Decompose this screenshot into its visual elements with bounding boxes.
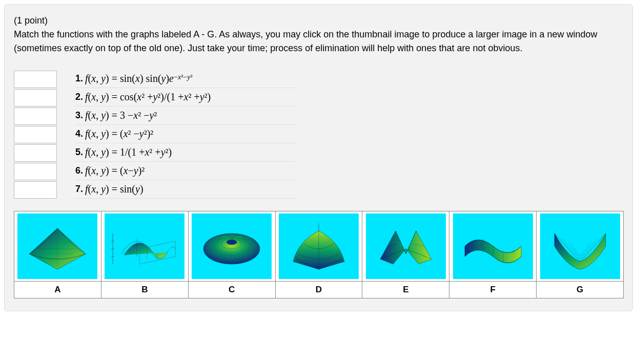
function-text-5: 5. f(x, y) = 1/(1 + x² + y²): [75, 143, 296, 162]
surface-plot-G-icon: [540, 213, 620, 279]
func-num-1: 1.: [75, 73, 83, 84]
label-F: F: [449, 282, 537, 298]
surface-plot-F-icon: [453, 213, 533, 279]
function-text-4: 4. f(x, y) = (x² − y²)²: [75, 125, 296, 143]
label-C: C: [188, 282, 275, 298]
label-row: A B C D E F G: [14, 282, 624, 298]
problem-panel: (1 point) Match the functions with the g…: [4, 4, 633, 311]
graph-table: A B C D E F G: [14, 211, 624, 298]
function-text-3: 3. f(x, y) = 3 − x² − y²: [75, 106, 296, 125]
thumbnail-G[interactable]: [537, 211, 624, 282]
answer-input-6[interactable]: [14, 163, 57, 180]
answer-row-5: 5. f(x, y) = 1/(1 + x² + y²): [14, 143, 623, 162]
answer-row-4: 4. f(x, y) = (x² − y²)²: [14, 125, 623, 143]
func-num-5: 5.: [75, 147, 83, 158]
func-num-7: 7.: [75, 184, 83, 195]
function-text-7: 7. f(x, y) = sin(y): [75, 180, 296, 199]
surface-plot-E-icon: [366, 213, 446, 279]
label-B: B: [101, 282, 188, 298]
surface-plot-B-icon: [105, 213, 184, 279]
answer-row-1: 1. f(x, y) = sin(x) sin(y)e−x²−y²: [14, 70, 623, 88]
answer-row-2: 2. f(x, y) = cos(x² + y²)/(1 + x² + y²): [14, 88, 623, 106]
answers-block: 1. f(x, y) = sin(x) sin(y)e−x²−y² 2. f(x…: [14, 70, 623, 199]
func-num-4: 4.: [75, 129, 83, 139]
points-text: (1 point): [14, 15, 48, 26]
thumbnail-F[interactable]: [449, 211, 537, 282]
answer-input-7[interactable]: [14, 181, 57, 199]
problem-header: (1 point) Match the functions with the g…: [14, 14, 623, 55]
answer-input-3[interactable]: [14, 108, 57, 125]
thumbnail-A[interactable]: [14, 211, 101, 282]
answer-input-5[interactable]: [14, 144, 57, 162]
answer-input-4[interactable]: [14, 126, 57, 143]
func-num-6: 6.: [75, 165, 83, 176]
func-num-3: 3.: [75, 110, 83, 121]
problem-prompt: Match the functions with the graphs labe…: [14, 29, 598, 53]
answer-row-7: 7. f(x, y) = sin(y): [14, 180, 623, 199]
answer-row-6: 6. f(x, y) = (x − y)²: [14, 162, 623, 180]
answer-row-3: 3. f(x, y) = 3 − x² − y²: [14, 106, 623, 125]
function-text-1: 1. f(x, y) = sin(x) sin(y)e−x²−y²: [75, 70, 296, 88]
label-D: D: [275, 282, 362, 298]
function-text-6: 6. f(x, y) = (x − y)²: [75, 162, 296, 180]
surface-plot-D-icon: [279, 213, 359, 279]
thumbnail-B[interactable]: [101, 211, 188, 282]
surface-plot-C-icon: [192, 213, 272, 279]
thumbnail-E[interactable]: [362, 211, 449, 282]
label-E: E: [362, 282, 449, 298]
label-A: A: [14, 282, 101, 298]
thumbnail-row: [14, 211, 624, 282]
function-text-2: 2. f(x, y) = cos(x² + y²)/(1 + x² + y²): [75, 88, 296, 106]
answer-input-1[interactable]: [14, 71, 57, 88]
thumbnail-D[interactable]: [275, 211, 362, 282]
surface-plot-A-icon: [17, 213, 97, 279]
thumbnail-C[interactable]: [188, 211, 275, 282]
label-G: G: [537, 282, 624, 298]
func-num-2: 2.: [75, 92, 83, 102]
answer-input-2[interactable]: [14, 89, 57, 106]
svg-point-9: [227, 240, 237, 245]
